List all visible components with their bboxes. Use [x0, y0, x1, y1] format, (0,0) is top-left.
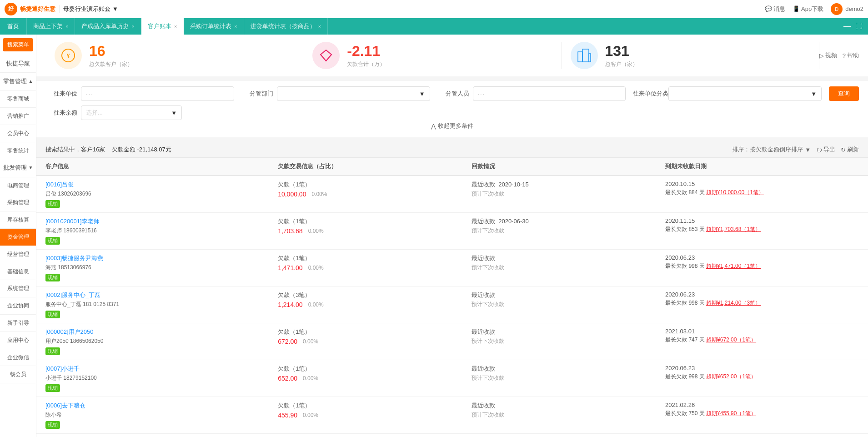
filter-person: 分管人员 ···	[437, 86, 626, 101]
customer-info-cell: [0007]小进千 小进千 18279152100 现销	[45, 365, 278, 392]
customer-phone: 海燕 18513066976	[45, 264, 278, 271]
dept-label: 分管部门	[241, 90, 273, 98]
chevron-down-icon: ▼	[29, 165, 33, 171]
balance-select[interactable]: 选择... ▼	[81, 105, 182, 120]
close-icon[interactable]: ×	[318, 24, 321, 29]
tab-production-history[interactable]: 产成品入库单历史 ×	[75, 18, 141, 35]
sidebar-item-system[interactable]: 系统管理	[0, 280, 36, 297]
due-info-cell: 2020.06.23 最长欠款 998 天 超期¥652.00（1笔）	[665, 365, 859, 381]
message-btn[interactable]: 💬 消息	[765, 5, 786, 13]
sidebar-item-marketing[interactable]: 营销推广	[0, 108, 36, 125]
close-icon[interactable]: ×	[234, 24, 237, 29]
debt-info-cell: 欠款（1笔） 1,471.00 0.00%	[278, 254, 472, 271]
overdue-link[interactable]: 超期¥1,214.00（3笔）	[706, 300, 761, 306]
sidebar-item-retail-mall[interactable]: 零售商城	[0, 90, 36, 108]
close-icon[interactable]: ×	[131, 24, 134, 29]
result-actions: 排序：按欠款金额倒序排序 ▼ ⭮ 导出 ↻ 刷新	[732, 146, 859, 154]
close-icon[interactable]: ×	[65, 24, 68, 29]
customer-name-link[interactable]: [0006]去下粮仓	[45, 402, 278, 410]
due-info-cell: 2021.02.26 最长欠款 750 天 超期¥455.90（1笔）	[665, 402, 859, 417]
stat-number-2: -2.11	[347, 43, 385, 60]
source-unit-label: 往来单位	[45, 90, 77, 98]
username: demo2	[845, 5, 863, 12]
dept-select[interactable]: ▼	[277, 86, 430, 101]
source-unit-input[interactable]: ···	[81, 86, 234, 101]
tab-purchase-stats[interactable]: 进货单统计表（按商品） ×	[244, 18, 328, 35]
sidebar-item-enterprise-collab[interactable]: 企业协同	[0, 297, 36, 315]
table-row: [0002]服务中心_丁磊 服务中心_丁磊 181 0125 8371 现销 欠…	[36, 286, 868, 323]
debt-info-cell: 欠款（1笔） 672.00 0.00%	[278, 328, 472, 345]
store-selector[interactable]: 母婴行业演示账套 ▼	[59, 5, 122, 13]
minimize-icon[interactable]: —	[842, 20, 853, 32]
sidebar-item-app-center[interactable]: 应用中心	[0, 332, 36, 349]
customer-info-cell: [0003]畅捷服务尹海燕 海燕 18513066976 现销	[45, 254, 278, 281]
overdue-link[interactable]: 超期¥1,703.68（1笔）	[706, 226, 761, 232]
balance-label: 往来余额	[45, 109, 77, 117]
stat-icon-money: ¥	[55, 42, 82, 69]
refresh-button[interactable]: ↻ 刷新	[841, 146, 859, 154]
overdue-link[interactable]: 超期¥1,471.00（1笔）	[706, 263, 761, 269]
tab-product-listing[interactable]: 商品上下架 ×	[27, 18, 75, 35]
sidebar-item-inventory[interactable]: 库存核算	[0, 211, 36, 229]
customer-name-link[interactable]: [000002]用户2050	[45, 328, 278, 336]
sort-button[interactable]: 排序：按欠款金额倒序排序 ▼	[732, 146, 811, 154]
sidebar-item-purchase-mgmt[interactable]: 采购管理	[0, 194, 36, 211]
customer-name-link[interactable]: [0007]小进千	[45, 365, 278, 373]
due-info-cell: 2021.03.01 最长欠款 747 天 超期¥672.00（1笔）	[665, 328, 859, 344]
customer-name-link[interactable]: [0016]吕俊	[45, 181, 278, 189]
debt-info-cell: 欠款（1笔） 455.90 0.00%	[278, 402, 472, 419]
data-table: 客户信息 欠款交易信息（占比） 回款情况 到期未收款日期 [0016]吕俊 吕俊…	[36, 158, 868, 437]
filter-row-2: 往来余额 选择... ▼	[45, 105, 859, 120]
export-icon: ⭮	[816, 146, 822, 153]
table-header: 客户信息 欠款交易信息（占比） 回款情况 到期未收款日期	[36, 158, 868, 176]
search-menu-button[interactable]: 搜索菜单	[3, 38, 33, 51]
search-button[interactable]: 查询	[829, 86, 859, 101]
avatar: D	[831, 3, 843, 15]
stat-info-1: 16 总欠款客户（家）	[89, 43, 133, 68]
sidebar-item-finance[interactable]: 资金管理	[0, 229, 36, 246]
top-bar-left: 好 畅捷通好生意 母婴行业演示账套 ▼	[5, 3, 122, 15]
overdue-link[interactable]: 超期¥652.00（1笔）	[706, 373, 756, 380]
filter-dept: 分管部门 ▼	[241, 86, 430, 101]
sidebar-item-newbie-guide[interactable]: 新手引导	[0, 315, 36, 332]
export-button[interactable]: ⭮ 导出	[816, 146, 835, 154]
tab-home[interactable]: 首页	[0, 18, 27, 35]
top-bar: 好 畅捷通好生意 母婴行业演示账套 ▼ 💬 消息 📱 App下载 D demo2	[0, 0, 868, 18]
sort-icon: ▼	[805, 146, 811, 153]
sidebar-item-wholesale-mgmt[interactable]: 批发管理 ▼	[0, 159, 36, 177]
sidebar-item-retail-mgmt[interactable]: 零售管理 ▲	[0, 73, 36, 90]
customer-name-link[interactable]: [0001020001]李老师	[45, 217, 278, 226]
sidebar-quick-nav[interactable]: 快捷导航	[0, 55, 36, 73]
sidebar-item-enterprise-wechat[interactable]: 企业微信	[0, 349, 36, 367]
close-icon[interactable]: ×	[174, 24, 177, 29]
overdue-link[interactable]: 超期¥672.00（1笔）	[706, 337, 756, 343]
customer-tag: 现销	[45, 274, 60, 281]
user-area[interactable]: D demo2	[831, 3, 863, 15]
customer-phone: 陈小希	[45, 411, 278, 419]
sidebar-item-operations[interactable]: 经营管理	[0, 246, 36, 263]
sidebar-item-retail-stats[interactable]: 零售统计	[0, 142, 36, 160]
sidebar-item-ecommerce[interactable]: 电商管理	[0, 177, 36, 195]
video-btn[interactable]: ▷ 视频	[819, 51, 837, 60]
category-select[interactable]: ▼	[668, 86, 822, 101]
customer-phone: 李老师 18600391516	[45, 227, 278, 235]
sidebar-item-member[interactable]: 畅会员	[0, 366, 36, 383]
mobile-icon: 📱	[793, 5, 800, 12]
tab-label: 采购订单统计表	[190, 22, 231, 30]
help-btn[interactable]: ? 帮助	[843, 51, 859, 60]
customer-phone: 服务中心_丁磊 181 0125 8371	[45, 301, 278, 308]
collapse-filter-button[interactable]: ⋀ 收起更多条件	[45, 120, 859, 132]
person-input[interactable]: ···	[473, 86, 626, 101]
filter-source-unit: 往来单位 ···	[45, 86, 234, 101]
tab-purchase-order[interactable]: 采购订单统计表 ×	[184, 18, 244, 35]
customer-name-link[interactable]: [0003]畅捷服务尹海燕	[45, 254, 278, 262]
tab-customer-account[interactable]: 客户账本 ×	[141, 18, 184, 35]
overdue-link[interactable]: 超期¥455.90（1笔）	[706, 410, 756, 417]
sidebar-item-member-center[interactable]: 会员中心	[0, 125, 36, 142]
app-download-btn[interactable]: 📱 App下载	[793, 5, 823, 13]
maximize-icon[interactable]: ⛶	[853, 20, 864, 32]
chevron-icon: ▲	[29, 78, 33, 85]
sidebar-item-basic-info[interactable]: 基础信息	[0, 263, 36, 281]
overdue-link[interactable]: 超期¥10,000.00（1笔）	[706, 189, 764, 196]
customer-name-link[interactable]: [0002]服务中心_丁磊	[45, 291, 278, 299]
